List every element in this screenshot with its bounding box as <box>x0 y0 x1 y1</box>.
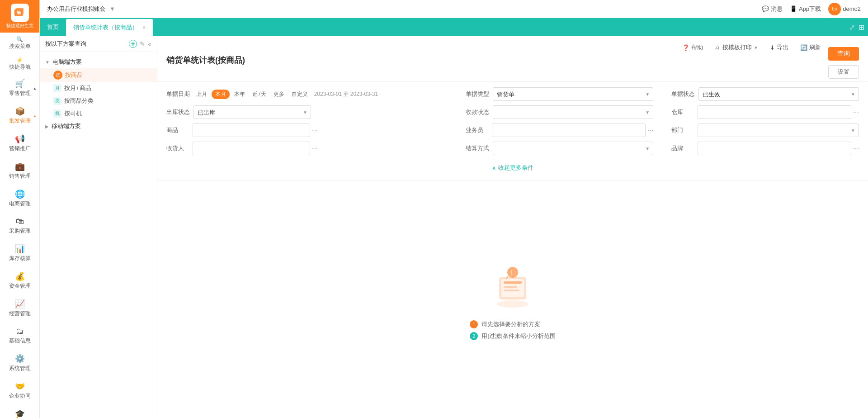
dept-select[interactable] <box>698 124 859 137</box>
inventory-icon: 📊 <box>15 244 25 254</box>
filter-salesperson-field: 业务员 ··· <box>466 124 653 137</box>
svg-text:畅: 畅 <box>17 10 21 15</box>
sidebar-search-item[interactable]: 🔍 搜索菜单 <box>0 33 39 54</box>
doc-status-select[interactable]: 已生效 <box>698 87 859 101</box>
date-tab-thisyear[interactable]: 本年 <box>231 90 248 99</box>
recipient-more-icon[interactable]: ··· <box>312 144 318 152</box>
filter-stock-status-field: 出库状态 已出库 ▼ <box>166 105 448 119</box>
settings-button[interactable]: 设置 <box>828 65 859 79</box>
sidebar-item-sales[interactable]: 💼 销售管理 <box>0 157 39 185</box>
stock-status-select[interactable]: 已出库 <box>193 105 311 119</box>
tree-group-desktop-header[interactable]: ▼ 电脑端方案 <box>40 56 157 68</box>
tree-item-month-icon: 月 <box>53 84 61 92</box>
receipt-status-select[interactable] <box>493 105 653 119</box>
retail-label: 零售管理 <box>9 90 31 97</box>
salesperson-label: 业务员 <box>466 126 488 134</box>
date-tab-lastmonth[interactable]: 上月 <box>193 90 210 99</box>
query-button[interactable]: 查询 <box>828 47 859 61</box>
user-profile-btn[interactable]: Ea demo2 <box>828 3 861 15</box>
tab-close-icon[interactable]: × <box>142 24 146 31</box>
warehouse-input[interactable] <box>698 105 851 119</box>
tree-item-by-machine[interactable]: 机 按司机 <box>40 107 157 120</box>
brand-more-icon[interactable]: ··· <box>853 144 859 152</box>
sidebar-item-retail[interactable]: 🛒 零售管理 <box>0 74 39 102</box>
sidebar-item-system[interactable]: ⚙️ 系统管理 <box>0 349 39 377</box>
tab-sales-stats[interactable]: 销货单统计表（按商品） × <box>66 18 153 36</box>
sidebar-quick-nav[interactable]: ⚡ 快捷导航 <box>0 54 39 74</box>
sidebar-item-operation[interactable]: 📈 经营管理 <box>0 294 39 322</box>
brand-input[interactable] <box>698 142 851 155</box>
system-label: 系统管理 <box>9 365 31 372</box>
tree-group-mobile-arrow: ▶ <box>45 124 49 129</box>
message-btn[interactable]: 💬 消息 <box>762 5 783 13</box>
svg-point-4 <box>497 300 528 308</box>
collapse-filter-btn[interactable]: ∧ 收起更多条件 <box>166 160 859 175</box>
export-btn[interactable]: ⬇ 导出 <box>766 42 792 53</box>
sidebar-item-guide[interactable]: 🎓 新手引导 <box>0 404 39 418</box>
doc-type-select[interactable]: 销货单 <box>493 87 653 101</box>
scheme-panel: 按以下方案查询 + ✎ « ▼ 电脑端方案 按 按商品 <box>40 36 157 418</box>
tab-restore-icon[interactable]: ⊞ <box>859 23 864 32</box>
scheme-add-btn[interactable]: + <box>129 40 137 48</box>
date-tab-7days[interactable]: 近7天 <box>250 90 269 99</box>
recipient-input[interactable] <box>193 142 310 155</box>
salesperson-input[interactable] <box>492 124 646 137</box>
step-2-text: 用[过滤]条件来缩小分析范围 <box>481 332 555 340</box>
filter-doctype-field: 单据类型 销货单 ▼ <box>466 87 653 101</box>
sidebar-item-basic[interactable]: 🗂 基础信息 <box>0 322 39 349</box>
filter-row-2: 出库状态 已出库 ▼ 收款状态 <box>166 105 859 119</box>
sidebar-item-finance[interactable]: 💰 资金管理 <box>0 267 39 294</box>
refresh-btn[interactable]: 🔄 刷新 <box>797 42 825 53</box>
app-download-btn[interactable]: 📱 App下载 <box>790 5 821 13</box>
product-more-icon[interactable]: ··· <box>312 126 318 134</box>
topbar-arrow[interactable]: ▼ <box>109 5 115 12</box>
date-tab-thismonth[interactable]: 本月 <box>212 90 230 99</box>
sidebar: 畅 畅捷通好生意 🔍 搜索菜单 ⚡ 快捷导航 🛒 零售管理 📦 批发管理 📢 营… <box>0 0 40 418</box>
product-input[interactable] <box>193 124 310 137</box>
stock-status-label: 出库状态 <box>166 108 190 116</box>
date-tab-more[interactable]: 更多 <box>271 90 287 99</box>
doc-status-label: 单据状态 <box>671 90 695 98</box>
filter-form: 单据日期 上月 本月 本年 近7天 更多 自定义 2023-03-01 至 20… <box>157 82 868 180</box>
sidebar-item-ecommerce[interactable]: 🌐 电商管理 <box>0 185 39 212</box>
sidebar-item-marketing[interactable]: 📢 营销推广 <box>0 129 39 157</box>
help-btn[interactable]: ❓ 帮助 <box>679 42 707 53</box>
tab-maximize-icon[interactable]: ⤢ <box>849 23 855 32</box>
tree-item-by-product-label: 按商品 <box>65 71 83 79</box>
app-download-label: App下载 <box>799 5 821 13</box>
scheme-collapse-btn[interactable]: « <box>148 40 151 48</box>
tabbar-actions: ⤢ ⊞ <box>845 18 868 36</box>
print-btn[interactable]: 🖨 按模板打印 ▼ <box>711 42 762 53</box>
sidebar-item-wholesale[interactable]: 📦 批发管理 <box>0 102 39 129</box>
filter-receipt-status-field: 收款状态 ▼ <box>466 105 653 119</box>
date-tab-custom[interactable]: 自定义 <box>289 90 311 99</box>
export-icon: ⬇ <box>770 44 775 51</box>
scheme-edit-btn[interactable]: ✎ <box>140 40 145 48</box>
tab-home[interactable]: 首页 <box>40 18 66 36</box>
sidebar-item-inventory[interactable]: 📊 库存核算 <box>0 239 39 267</box>
tree-item-by-product-icon: 按 <box>53 71 62 80</box>
tree-group-mobile: ▶ 移动端方案 <box>40 120 157 133</box>
tree-item-by-category[interactable]: 类 按商品分类 <box>40 95 157 107</box>
sales-label: 销售管理 <box>9 172 31 180</box>
right-panel: 销货单统计表(按商品) ❓ 帮助 🖨 按模板打印 ▼ ⬇ <box>157 36 868 418</box>
tree-item-by-product[interactable]: 按 按商品 <box>40 68 157 82</box>
settlement-select[interactable] <box>493 142 653 155</box>
retail-icon: 🛒 <box>15 79 25 89</box>
filter-dept-field: 部门 ▼ <box>671 124 859 137</box>
ecommerce-label: 电商管理 <box>9 200 31 208</box>
sidebar-item-corp[interactable]: 🤝 企业协同 <box>0 377 39 404</box>
filter-warehouse-field: 仓库 ··· <box>671 105 859 119</box>
doc-type-select-wrap: 销货单 ▼ <box>493 87 653 101</box>
sidebar-item-purchase[interactable]: 🛍 采购管理 <box>0 212 39 239</box>
corp-label: 企业协同 <box>9 392 31 400</box>
salesperson-more-icon[interactable]: ··· <box>647 126 653 134</box>
brand-label: 品牌 <box>671 144 694 152</box>
warehouse-more-icon[interactable]: ··· <box>853 108 859 116</box>
scheme-tree: ▼ 电脑端方案 按 按商品 月 按月+商品 类 <box>40 52 157 418</box>
filter-date-field: 单据日期 上月 本月 本年 近7天 更多 自定义 2023-03-01 至 20… <box>166 90 448 99</box>
tree-item-by-month-product[interactable]: 月 按月+商品 <box>40 82 157 95</box>
sidebar-logo[interactable]: 畅 畅捷通好生意 <box>0 0 39 33</box>
empty-content-area: ! 1 请先选择要分析的方案 2 用[过滤]条件来缩小分析范围 <box>157 180 868 418</box>
tree-group-mobile-header[interactable]: ▶ 移动端方案 <box>40 120 157 133</box>
